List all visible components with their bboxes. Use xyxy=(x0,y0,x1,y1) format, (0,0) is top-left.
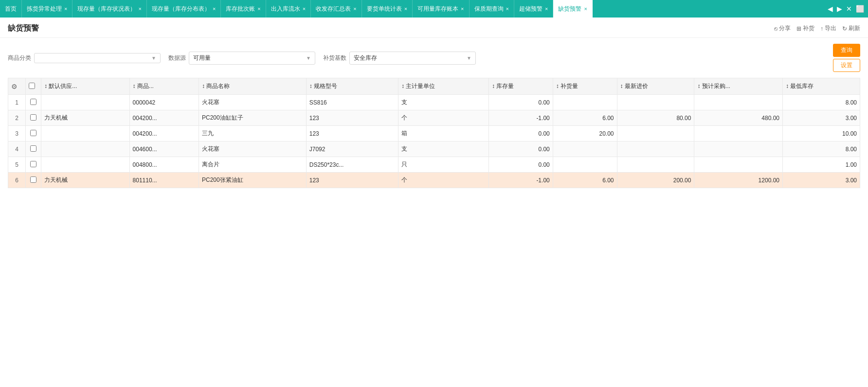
row-replenish-3 xyxy=(553,141,617,157)
settings-button[interactable]: 设置 xyxy=(833,59,860,72)
replenish-base-select[interactable]: 安全库存 ▼ xyxy=(349,52,476,65)
tab-order-stats-label: 要货单统计表 xyxy=(367,5,402,13)
tab-collect-summary[interactable]: 收发存汇总表 × xyxy=(311,0,362,18)
row-checkbox-4[interactable] xyxy=(30,161,36,167)
tab-inventory-dist[interactable]: 现存量（库存分布表） × xyxy=(147,0,221,18)
category-filter-group: 商品分类 ▼ xyxy=(8,53,161,63)
row-product-id-3: 004600... xyxy=(129,141,199,157)
row-cb-3[interactable] xyxy=(26,141,41,157)
tab-abnormal-close[interactable]: × xyxy=(64,6,67,12)
tab-batch-account-close[interactable]: × xyxy=(257,6,260,12)
share-action[interactable]: ⎋ 分享 xyxy=(774,24,791,33)
row-stock-3: 0.00 xyxy=(488,141,553,157)
row-est-purchase-3 xyxy=(694,141,783,157)
tab-overstock[interactable]: 超储预警 × xyxy=(514,0,553,18)
row-no-5: 6 xyxy=(8,173,26,188)
tab-order-stats[interactable]: 要货单统计表 × xyxy=(362,0,413,18)
col-unit[interactable]: ↕ 主计量单位 xyxy=(398,78,488,95)
tab-overstock-close[interactable]: × xyxy=(545,6,548,12)
row-unit-4: 只 xyxy=(398,157,488,173)
tab-expiry-query[interactable]: 保质期查询 × xyxy=(470,0,514,18)
row-latest-price-1: 80.00 xyxy=(617,110,694,126)
row-checkbox-0[interactable] xyxy=(30,99,36,105)
query-button[interactable]: 查询 xyxy=(833,44,860,57)
col-min-stock[interactable]: ↕ 最低库存 xyxy=(783,78,860,95)
export-action[interactable]: ↑ 导出 xyxy=(820,24,836,33)
row-replenish-1: 6.00 xyxy=(553,110,617,126)
row-cb-2[interactable] xyxy=(26,126,41,141)
row-stock-2: 0.00 xyxy=(488,126,553,141)
row-unit-1: 个 xyxy=(398,110,488,126)
col-est-purchase[interactable]: ↕ 预计采购... xyxy=(694,78,783,95)
tab-inout-flow-close[interactable]: × xyxy=(303,6,306,12)
category-select[interactable]: ▼ xyxy=(34,53,161,63)
col-product-id[interactable]: ↕ 商品... xyxy=(129,78,199,95)
export-label: 导出 xyxy=(825,24,836,33)
row-cb-4[interactable] xyxy=(26,157,41,173)
datasource-select[interactable]: 可用量 ▼ xyxy=(189,52,315,65)
tab-collect-summary-close[interactable]: × xyxy=(353,6,356,12)
row-cb-0[interactable] xyxy=(26,95,41,110)
row-product-name-4: 离合片 xyxy=(199,157,306,173)
col-stock[interactable]: ↕ 库存量 xyxy=(488,78,553,95)
tab-batch-account-label: 库存批次账 xyxy=(226,5,255,13)
tab-overstock-label: 超储预警 xyxy=(519,5,542,13)
tab-maximize-btn[interactable]: ⬜ xyxy=(854,5,866,13)
tab-home[interactable]: 首页 xyxy=(0,0,22,18)
row-est-purchase-2 xyxy=(694,126,783,141)
col-latest-price[interactable]: ↕ 最新进价 xyxy=(617,78,694,95)
tab-available-ledger[interactable]: 可用量库存账本 × xyxy=(413,0,469,18)
tab-expiry-query-close[interactable]: × xyxy=(506,6,509,12)
row-min-stock-1: 3.00 xyxy=(783,110,860,126)
tab-shortage-close[interactable]: × xyxy=(584,6,587,12)
row-product-name-3: 火花塞 xyxy=(199,141,306,157)
tab-collect-summary-label: 收发存汇总表 xyxy=(316,5,351,13)
row-unit-2: 箱 xyxy=(398,126,488,141)
refresh-action[interactable]: ↻ 刷新 xyxy=(842,24,860,33)
row-product-name-0: 火花塞 xyxy=(199,95,306,110)
col-stock-label: ↕ 库存量 xyxy=(492,83,514,89)
tab-prev-btn[interactable]: ◀ xyxy=(826,5,835,13)
column-settings-icon[interactable]: ⚙ xyxy=(11,83,18,90)
filter-area: 商品分类 ▼ 数据源 可用量 ▼ 补货基数 安全库存 ▼ 查询 设置 xyxy=(0,38,868,78)
row-unit-3: 支 xyxy=(398,141,488,157)
tab-shortage[interactable]: 缺货预警 × xyxy=(553,0,592,18)
header-actions: ⎋ 分享 ⊞ 补货 ↑ 导出 ↻ 刷新 xyxy=(774,24,860,33)
row-latest-price-4 xyxy=(617,157,694,173)
tab-inventory-status-close[interactable]: × xyxy=(138,6,141,12)
tab-order-stats-close[interactable]: × xyxy=(404,6,407,12)
col-min-stock-label: ↕ 最低库存 xyxy=(786,83,814,89)
replenish-icon: ⊞ xyxy=(796,25,801,32)
col-product-name-label: ↕ 商品名称 xyxy=(202,83,230,89)
datasource-select-arrow: ▼ xyxy=(306,55,311,61)
tab-inventory-dist-close[interactable]: × xyxy=(213,6,216,12)
tab-abnormal[interactable]: 拣货异常处理 × xyxy=(22,0,72,18)
row-spec-0: SS816 xyxy=(306,95,398,110)
datasource-filter-group: 数据源 可用量 ▼ xyxy=(168,52,315,65)
row-cb-1[interactable] xyxy=(26,110,41,126)
row-checkbox-5[interactable] xyxy=(30,176,36,183)
row-checkbox-2[interactable] xyxy=(30,130,36,136)
select-all-checkbox[interactable] xyxy=(29,83,35,89)
tab-next-btn[interactable]: ▶ xyxy=(835,5,844,13)
col-product-name[interactable]: ↕ 商品名称 xyxy=(199,78,306,95)
col-replenish[interactable]: ↕ 补货量 xyxy=(553,78,617,95)
row-product-id-4: 004800... xyxy=(129,157,199,173)
replenish-action[interactable]: ⊞ 补货 xyxy=(796,24,814,33)
table-row: 4 004600... 火花塞 J7092 支 0.00 8.00 xyxy=(8,141,860,157)
row-stock-1: -1.00 xyxy=(488,110,553,126)
tab-close-all-btn[interactable]: ✕ xyxy=(844,5,854,13)
col-supplier-label: ↕ 默认供应... xyxy=(44,83,77,89)
row-checkbox-3[interactable] xyxy=(30,145,36,152)
tab-available-ledger-close[interactable]: × xyxy=(461,6,464,12)
tab-inout-flow[interactable]: 出入库流水 × xyxy=(266,0,311,18)
col-supplier[interactable]: ↕ 默认供应... xyxy=(41,78,130,95)
row-cb-5[interactable] xyxy=(26,173,41,188)
row-replenish-5: 6.00 xyxy=(553,173,617,188)
col-spec[interactable]: ↕ 规格型号 xyxy=(306,78,398,95)
row-supplier-3 xyxy=(41,141,130,157)
tab-batch-account[interactable]: 库存批次账 × xyxy=(221,0,266,18)
row-checkbox-1[interactable] xyxy=(30,114,36,121)
table-row: 1 0000042 火花塞 SS816 支 0.00 8.00 xyxy=(8,95,860,110)
tab-inventory-status[interactable]: 现存量（库存状况表） × xyxy=(72,0,146,18)
